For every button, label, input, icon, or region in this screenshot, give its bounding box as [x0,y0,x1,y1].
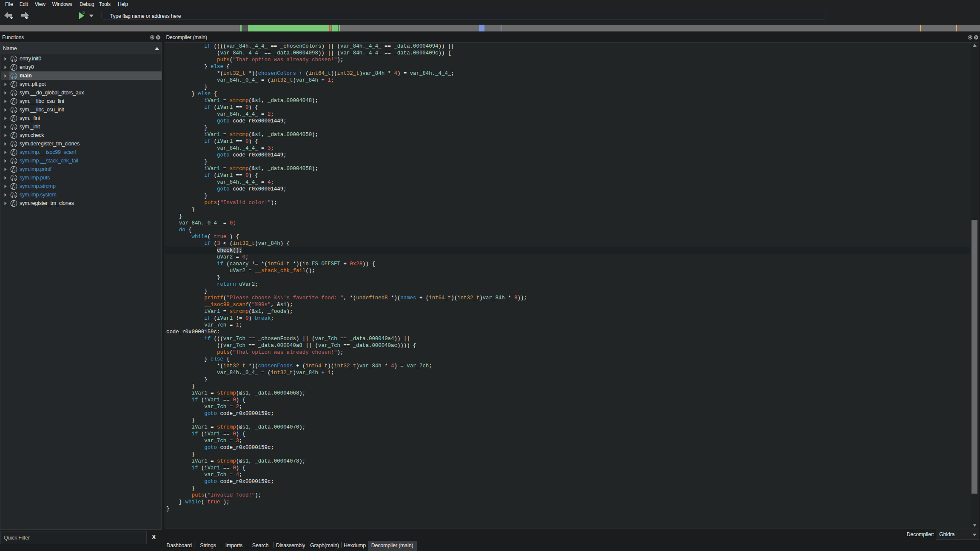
svg-text:x: x [14,109,16,112]
svg-text:x: x [14,152,16,155]
svg-text:x: x [14,84,16,87]
svg-text:x: x [14,126,16,129]
svg-text:x: x [14,101,16,104]
svg-text:x: x [14,186,16,189]
svg-text:x: x [14,118,16,121]
svg-text:x: x [14,143,16,146]
svg-text:m: m [14,75,16,78]
svg-text:x: x [14,194,16,197]
svg-text:x: x [14,160,16,163]
svg-text:x: x [14,169,16,172]
svg-text:x: x [14,58,16,61]
svg-text:x: x [14,177,16,180]
svg-text:x: x [14,67,16,70]
svg-text:x: x [14,135,16,138]
svg-text:x: x [14,203,16,206]
svg-text:x: x [14,92,16,95]
